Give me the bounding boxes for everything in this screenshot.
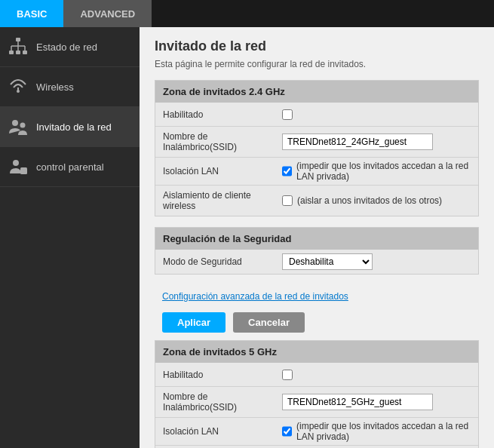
sidebar-item-estado-de-red[interactable]: Estado de red — [0, 27, 140, 67]
content-area: Invitado de la red Esta página le permit… — [140, 27, 494, 448]
value-isolacion-5: (impedir que los invitados accedan a la … — [276, 418, 478, 445]
row-habilitado-24: Habilitado — [155, 103, 478, 127]
isolacion-5-text: (impedir que los invitados accedan a la … — [296, 421, 472, 442]
cancel-button[interactable]: Cancelar — [233, 312, 305, 333]
sidebar-item-wireless[interactable]: Wireless — [0, 67, 140, 107]
parental-icon — [8, 156, 29, 177]
section-seguridad-1-header: Regulación de la Seguridad — [155, 228, 478, 250]
section-24ghz-header: Zona de invitados 2.4 GHz — [155, 81, 478, 103]
isolacion-24-text: (impedir que los invitados accedan a la … — [296, 161, 472, 182]
svg-rect-1 — [9, 51, 14, 54]
svg-point-11 — [20, 123, 26, 128]
svg-point-14 — [23, 168, 26, 171]
page-title: Invitado de la red — [155, 38, 479, 54]
config-link[interactable]: Configuración avanzada de la red de invi… — [155, 285, 479, 308]
main-layout: Estado de red Wireless — [0, 27, 494, 448]
advanced-tab[interactable]: ADVANCED — [63, 0, 152, 27]
section-24ghz: Zona de invitados 2.4 GHz Habilitado Nom… — [155, 80, 479, 216]
row-aislamiento-24: Aislamiento de cliente wireless (aislar … — [155, 186, 478, 216]
aislamiento-24-text: (aislar a unos invitados de los otros) — [297, 195, 442, 206]
guest-icon — [8, 116, 29, 137]
wireless-icon — [8, 76, 29, 97]
label-habilitado-24: Habilitado — [155, 105, 276, 124]
label-nombre-5: Nombre de Inalámbrico(SSID) — [155, 387, 276, 417]
value-nombre-5 — [276, 391, 478, 413]
input-nombre-24[interactable] — [282, 133, 433, 150]
label-modo-1: Modo de Seguridad — [155, 252, 276, 272]
basic-tab[interactable]: BASIC — [0, 0, 63, 27]
row-nombre-24: Nombre de Inalámbrico(SSID) — [155, 127, 478, 158]
sidebar-item-control-parental[interactable]: control parental — [0, 147, 140, 187]
value-isolacion-24: (impedir que los invitados accedan a la … — [276, 158, 478, 185]
section-5ghz: Zona de invitados 5 GHz Habilitado Nombr… — [155, 340, 479, 448]
svg-point-9 — [17, 90, 20, 93]
checkbox-habilitado-5[interactable] — [282, 370, 293, 380]
sidebar-label-control-parental: control parental — [36, 161, 104, 173]
label-aislamiento-24: Aislamiento de cliente wireless — [155, 186, 276, 216]
checkbox-isolacion-5[interactable] — [282, 426, 292, 437]
row-nombre-5: Nombre de Inalámbrico(SSID) — [155, 387, 478, 418]
input-nombre-5[interactable] — [282, 394, 433, 410]
page-desc: Esta página le permite configurar la red… — [155, 59, 479, 69]
row-modo-1: Modo de Seguridad Deshabilita WPA2-Perso… — [155, 250, 478, 274]
label-habilitado-5: Habilitado — [155, 365, 276, 385]
sidebar-label-invitado: Invitado de la red — [36, 121, 112, 133]
checkbox-isolacion-24[interactable] — [282, 166, 292, 176]
svg-rect-15 — [23, 170, 25, 173]
value-habilitado-5 — [276, 367, 478, 383]
sidebar-label-wireless: Wireless — [36, 81, 74, 93]
sidebar-item-invitado-de-la-red[interactable]: Invitado de la red — [0, 107, 140, 147]
row-habilitado-5: Habilitado — [155, 363, 478, 387]
svg-rect-0 — [16, 38, 20, 41]
svg-rect-3 — [23, 51, 27, 54]
value-aislamiento-24: (aislar a unos invitados de los otros) — [276, 192, 478, 209]
select-modo-1[interactable]: Deshabilita WPA2-Personal WPA-Personal W… — [282, 253, 373, 270]
row-isolacion-24: Isolación LAN (impedir que los invitados… — [155, 158, 478, 186]
row-isolacion-5: Isolación LAN (impedir que los invitados… — [155, 418, 478, 446]
checkbox-habilitado-24[interactable] — [282, 109, 293, 120]
checkbox-aislamiento-24[interactable] — [282, 195, 293, 206]
label-nombre-24: Nombre de Inalámbrico(SSID) — [155, 127, 276, 157]
button-row: Aplicar Cancelar — [155, 308, 479, 340]
svg-point-12 — [13, 160, 19, 166]
section-5ghz-header: Zona de invitados 5 GHz — [155, 341, 478, 363]
label-isolacion-24: Isolación LAN — [155, 161, 276, 181]
value-habilitado-24 — [276, 106, 478, 123]
svg-rect-2 — [16, 51, 20, 54]
section-seguridad-1: Regulación de la Seguridad Modo de Segur… — [155, 227, 479, 275]
apply-button[interactable]: Aplicar — [162, 312, 226, 333]
sidebar-label-estado-de-red: Estado de red — [36, 41, 97, 53]
value-nombre-24 — [276, 130, 478, 153]
top-nav: BASIC ADVANCED — [0, 0, 494, 27]
label-isolacion-5: Isolación LAN — [155, 422, 276, 441]
network-icon — [8, 36, 29, 57]
svg-point-10 — [12, 120, 18, 126]
sidebar: Estado de red Wireless — [0, 27, 140, 448]
value-modo-1: Deshabilita WPA2-Personal WPA-Personal W… — [276, 250, 478, 273]
